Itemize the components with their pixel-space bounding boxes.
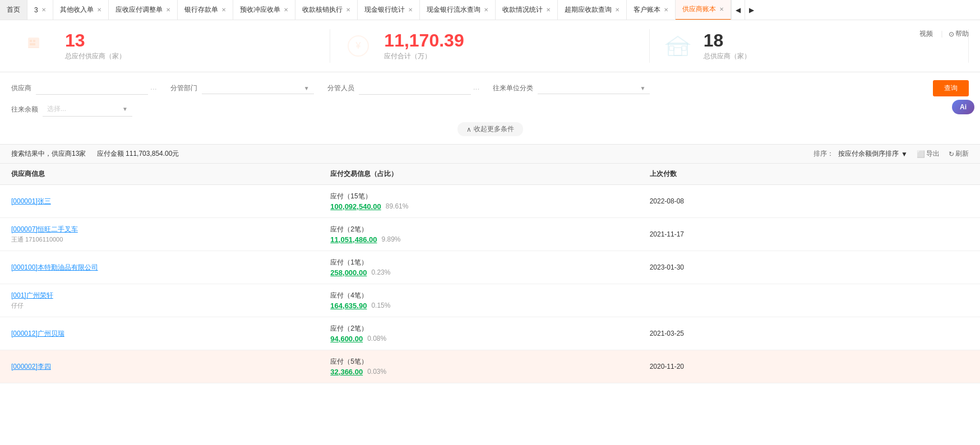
nav-tab-cash-bank-stat[interactable]: 现金银行统计 ✕ — [358, 0, 420, 20]
table-row: [000100]本特勤油品有限公司 应付 （1笔） 258,000.00 0.2… — [0, 251, 980, 284]
ap-amount-num: 11,170.39 — [384, 31, 464, 49]
nav-tab-supplier[interactable]: 供应商账本 ✕ — [676, 0, 731, 20]
nav-tab-collect-verify[interactable]: 收款核销执行 ✕ — [295, 0, 358, 20]
close-tab-ap-adjust[interactable]: ✕ — [166, 7, 170, 13]
payable-info-cell: 应付 （4笔） 164,635.90 0.15% — [330, 291, 649, 310]
supplier-filter-input[interactable] — [36, 82, 148, 95]
last-payment-cell: 2023-01-30 — [650, 263, 969, 271]
category-filter-label: 往来单位分类 — [493, 84, 533, 93]
collapse-button[interactable]: ∧ 收起更多条件 — [457, 122, 523, 136]
filter-item-category: 往来单位分类 ▼ — [493, 83, 650, 94]
nav-next-button[interactable]: ▶ — [745, 0, 758, 20]
supplier-link-000001[interactable]: [000001]张三 — [11, 197, 330, 206]
filter-item-balance: 往来余额 选择... ▼ — [11, 102, 132, 117]
supplier-link-000002[interactable]: [000002]李四 — [11, 362, 330, 372]
close-tab-other-income[interactable]: ✕ — [97, 7, 101, 13]
nav-tab-home[interactable]: 首页 — [0, 0, 27, 20]
ap-suppliers-num: 13 — [65, 31, 126, 49]
nav-tab-customer[interactable]: 客户账本 ✕ — [627, 0, 676, 20]
top-navigation: 首页 3 ✕ 其他收入单 ✕ 应收应付调整单 ✕ 银行存款单 ✕ 预收冲应收单 … — [0, 0, 980, 20]
nav-tab-collect-stat[interactable]: 收款情况统计 ✕ — [496, 0, 558, 20]
results-actions: 排序： 按应付余额倒序排序 ▼ ⬜ 导出 ↻ 刷新 — [813, 149, 969, 159]
sort-chevron-icon: ▼ — [901, 150, 908, 158]
filter-item-supplier: 供应商 ··· — [11, 82, 157, 95]
nav-tab-bank-deposit[interactable]: 银行存款单 ✕ — [178, 0, 233, 20]
nav-tab-overdue[interactable]: 超期应收款查询 ✕ — [558, 0, 627, 20]
supplier-filter-dots[interactable]: ··· — [150, 84, 157, 93]
total-suppliers-num: 18 — [704, 31, 751, 49]
balance-chevron-icon: ▼ — [122, 106, 128, 112]
supplier-filter-label: 供应商 — [11, 84, 31, 93]
person-filter-label: 分管人员 — [327, 84, 354, 93]
total-suppliers-label: 总供应商（家） — [704, 52, 751, 61]
help-link[interactable]: 帮助 — [955, 29, 969, 39]
person-filter-dots[interactable]: ··· — [473, 84, 480, 93]
summary-header: 13 总应付供应商（家） ¥ 11,170.39 应付合计（万） — [0, 20, 980, 72]
export-button[interactable]: ⬜ 导出 — [917, 149, 940, 159]
help-icon: ⊙ — [949, 30, 954, 38]
last-payment-cell: 2020-11-20 — [650, 363, 969, 370]
total-suppliers-text: 18 总供应商（家） — [704, 31, 751, 61]
supplier-link-000007[interactable]: [000007]恒旺二手叉车 — [11, 225, 330, 234]
refresh-button[interactable]: ↻ 刷新 — [949, 149, 969, 159]
payable-amount-000001[interactable]: 100,092,540.00 — [330, 202, 381, 211]
table-row: [000007]恒旺二手叉车 王通 17106110000 应付 （2笔） 11… — [0, 218, 980, 251]
ap-suppliers-text: 13 总应付供应商（家） — [65, 31, 126, 61]
supplier-link-000012[interactable]: [000012]广州贝瑞 — [11, 329, 330, 339]
close-tab-bank-deposit[interactable]: ✕ — [221, 7, 226, 13]
filter-item-person: 分管人员 ··· — [327, 82, 480, 95]
category-filter-select[interactable]: ▼ — [538, 83, 650, 94]
supplier-info-cell: [000002]李四 — [11, 362, 330, 372]
nav-tab-prepay[interactable]: 预收冲应收单 ✕ — [233, 0, 295, 20]
dept-filter-select[interactable]: ▼ — [202, 83, 314, 94]
svg-rect-3 — [30, 43, 35, 45]
dept-filter-label: 分管部门 — [170, 84, 197, 93]
close-tab-cash-bank-stat[interactable]: ✕ — [408, 7, 413, 13]
store-icon — [661, 29, 695, 63]
payable-amount-000012[interactable]: 94,600.00 — [330, 335, 363, 343]
nav-tab-cash-bank-flow[interactable]: 现金银行流水查询 ✕ — [420, 0, 496, 20]
close-tab-collect-stat[interactable]: ✕ — [546, 7, 551, 13]
table-row: [000012]广州贝瑞 应付 （2笔） 94,600.00 0.08% 202… — [0, 317, 980, 350]
table-header: 供应商信息 应付交易信息（占比） 上次付数 — [0, 164, 980, 185]
supplier-link-000100[interactable]: [000100]本特勤油品有限公司 — [11, 263, 330, 272]
filter-row-1: 供应商 ··· 分管部门 ▼ 分管人员 ··· 往来单位分类 ▼ 查询 — [11, 80, 969, 96]
close-tab-supplier[interactable]: ✕ — [719, 6, 724, 12]
nav-prev-button[interactable]: ◀ — [731, 0, 745, 20]
query-button[interactable]: 查询 — [933, 80, 969, 96]
ai-button[interactable]: Ai — [952, 100, 974, 114]
sort-select[interactable]: 按应付余额倒序排序 ▼ — [838, 149, 908, 159]
supplier-icon — [22, 29, 56, 63]
collapse-bar: ∧ 收起更多条件 — [11, 122, 969, 136]
nav-tab-3[interactable]: 3 ✕ — [27, 0, 53, 20]
close-tab-prepay[interactable]: ✕ — [284, 7, 288, 13]
balance-filter-select[interactable]: 选择... ▼ — [43, 102, 132, 117]
payable-amount-000002[interactable]: 32,366.00 — [330, 368, 363, 376]
payable-amount-000007[interactable]: 11,051,486.00 — [330, 235, 377, 244]
svg-text:¥: ¥ — [355, 41, 361, 50]
table-row: [000002]李四 应付 （5笔） 32,366.00 0.03% 2020-… — [0, 350, 980, 383]
ap-suppliers-label: 总应付供应商（家） — [65, 52, 126, 61]
col-last-payment: 上次付数 — [650, 169, 969, 179]
last-payment-cell: 2021-11-17 — [650, 230, 969, 238]
svg-rect-7 — [668, 43, 687, 55]
supplier-info-cell: [001]广州荣轩 仔仔 — [11, 291, 330, 310]
person-filter-input[interactable] — [359, 82, 471, 95]
close-tab-collect-verify[interactable]: ✕ — [346, 7, 350, 13]
close-tab-customer[interactable]: ✕ — [664, 7, 668, 13]
svg-rect-11 — [682, 46, 686, 50]
supplier-link-001[interactable]: [001]广州荣轩 — [11, 291, 330, 300]
nav-tab-other-income[interactable]: 其他收入单 ✕ — [53, 0, 109, 20]
payable-amount-000100[interactable]: 258,000.00 — [330, 268, 367, 277]
video-link[interactable]: 视频 — [919, 29, 933, 39]
nav-tab-ap-adjust[interactable]: 应收应付调整单 ✕ — [109, 0, 178, 20]
supplier-info-cell: [000007]恒旺二手叉车 王通 17106110000 — [11, 225, 330, 244]
payable-amount-001[interactable]: 164,635.90 — [330, 302, 367, 310]
payable-info-cell: 应付 （1笔） 258,000.00 0.23% — [330, 258, 649, 277]
table-container: 供应商信息 应付交易信息（占比） 上次付数 [000001]张三 应付 （15笔… — [0, 164, 980, 445]
close-tab-cash-bank-flow[interactable]: ✕ — [484, 7, 488, 13]
close-tab-3[interactable]: ✕ — [41, 7, 46, 13]
table-body: [000001]张三 应付 （15笔） 100,092,540.00 89.61… — [0, 185, 980, 445]
close-tab-overdue[interactable]: ✕ — [615, 7, 620, 13]
summary-card-total-ap-suppliers: 13 总应付供应商（家） — [11, 29, 330, 63]
